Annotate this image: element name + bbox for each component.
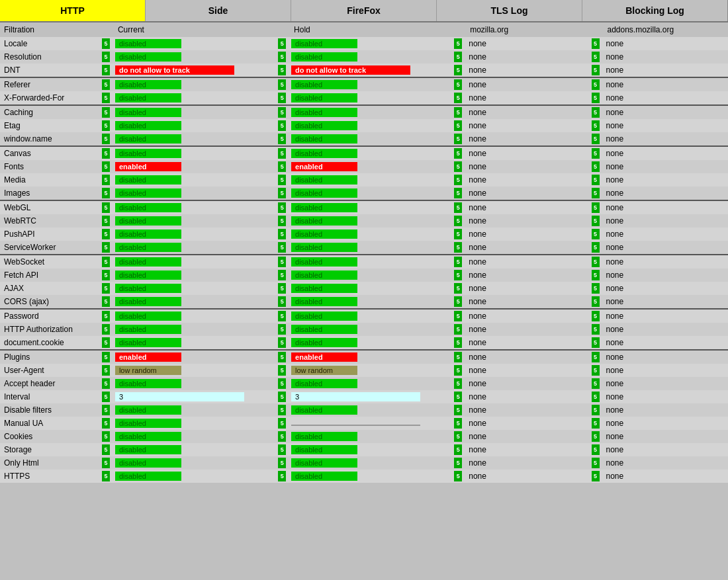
- current-value[interactable]: disabled: [114, 282, 277, 295]
- hold-value[interactable]: disabled: [290, 323, 453, 336]
- addons-badge[interactable]: 5: [592, 242, 600, 253]
- current-value[interactable]: disabled: [114, 295, 277, 309]
- hold-value[interactable]: disabled: [290, 282, 453, 295]
- mozilla-badge[interactable]: 5: [454, 458, 462, 468]
- current-badge[interactable]: 5: [102, 52, 110, 62]
- hold-value[interactable]: disabled: [290, 336, 453, 350]
- current-value[interactable]: disabled: [114, 309, 277, 323]
- addons-badge[interactable]: 5: [592, 120, 600, 131]
- hold-badge[interactable]: 5: [278, 283, 286, 294]
- hold-value[interactable]: disabled: [290, 377, 453, 390]
- hold-badge[interactable]: 5: [278, 337, 286, 348]
- mozilla-badge[interactable]: 5: [454, 311, 462, 321]
- mozilla-badge[interactable]: 5: [454, 337, 462, 348]
- current-value[interactable]: disabled: [114, 470, 277, 483]
- mozilla-badge[interactable]: 5: [454, 418, 462, 429]
- mozilla-badge[interactable]: 5: [454, 378, 462, 389]
- hold-value[interactable]: disabled: [290, 50, 453, 63]
- current-value[interactable]: do not allow to track: [114, 63, 277, 77]
- current-value[interactable]: disabled: [114, 269, 277, 282]
- tab-tls-log[interactable]: TLS Log: [437, 0, 582, 21]
- hold-badge[interactable]: 5: [278, 134, 286, 144]
- addons-badge[interactable]: 5: [592, 52, 600, 62]
- hold-badge[interactable]: 5: [278, 38, 286, 49]
- hold-value[interactable]: disabled: [290, 37, 453, 50]
- current-badge[interactable]: 5: [102, 392, 110, 402]
- current-badge[interactable]: 5: [102, 431, 110, 442]
- mozilla-badge[interactable]: 5: [454, 38, 462, 49]
- hold-badge[interactable]: 5: [278, 79, 286, 90]
- current-badge[interactable]: 5: [102, 378, 110, 389]
- hold-badge[interactable]: 5: [278, 352, 286, 362]
- addons-badge[interactable]: 5: [592, 296, 600, 307]
- current-value[interactable]: disabled: [114, 443, 277, 456]
- current-badge[interactable]: 5: [102, 161, 110, 172]
- current-value[interactable]: disabled: [114, 77, 277, 91]
- current-value[interactable]: disabled: [114, 241, 277, 255]
- hold-value[interactable]: disabled: [290, 200, 453, 214]
- hold-value[interactable]: disabled: [290, 105, 453, 119]
- hold-value[interactable]: disabled: [290, 132, 453, 146]
- addons-badge[interactable]: 5: [592, 352, 600, 362]
- mozilla-badge[interactable]: 5: [454, 79, 462, 90]
- addons-badge[interactable]: 5: [592, 229, 600, 239]
- hold-badge[interactable]: 5: [278, 458, 286, 468]
- hold-badge[interactable]: 5: [278, 270, 286, 280]
- hold-badge[interactable]: 5: [278, 161, 286, 172]
- addons-badge[interactable]: 5: [592, 107, 600, 118]
- hold-value[interactable]: disabled: [290, 146, 453, 160]
- hold-value[interactable]: disabled: [290, 214, 453, 228]
- hold-badge[interactable]: 5: [278, 175, 286, 185]
- current-value[interactable]: disabled: [114, 186, 277, 200]
- addons-badge[interactable]: 5: [592, 471, 600, 481]
- current-badge[interactable]: 5: [102, 216, 110, 226]
- hold-value[interactable]: disabled: [290, 295, 453, 309]
- hold-badge[interactable]: 5: [278, 148, 286, 159]
- hold-value[interactable]: disabled: [290, 241, 453, 255]
- addons-badge[interactable]: 5: [592, 283, 600, 294]
- addons-badge[interactable]: 5: [592, 216, 600, 226]
- current-badge[interactable]: 5: [102, 418, 110, 429]
- hold-badge[interactable]: 5: [278, 188, 286, 198]
- addons-badge[interactable]: 5: [592, 188, 600, 198]
- current-badge[interactable]: 5: [102, 38, 110, 49]
- hold-badge[interactable]: 5: [278, 405, 286, 415]
- current-value[interactable]: disabled: [114, 200, 277, 214]
- hold-value[interactable]: enabled: [290, 160, 453, 173]
- addons-badge[interactable]: 5: [592, 458, 600, 468]
- mozilla-badge[interactable]: 5: [454, 229, 462, 239]
- mozilla-badge[interactable]: 5: [454, 444, 462, 455]
- hold-value[interactable]: disabled: [290, 173, 453, 186]
- mozilla-badge[interactable]: 5: [454, 175, 462, 185]
- current-value[interactable]: disabled: [114, 430, 277, 443]
- addons-badge[interactable]: 5: [592, 324, 600, 335]
- hold-badge[interactable]: 5: [278, 229, 286, 239]
- hold-badge[interactable]: 5: [278, 202, 286, 213]
- hold-value[interactable]: disabled: [290, 91, 453, 105]
- current-value[interactable]: disabled: [114, 91, 277, 105]
- tab-http[interactable]: HTTP: [0, 0, 146, 21]
- hold-value[interactable]: disabled: [290, 255, 453, 269]
- hold-badge[interactable]: 5: [278, 392, 286, 402]
- addons-badge[interactable]: 5: [592, 365, 600, 376]
- current-badge[interactable]: 5: [102, 257, 110, 267]
- addons-badge[interactable]: 5: [592, 257, 600, 267]
- mozilla-badge[interactable]: 5: [454, 216, 462, 226]
- mozilla-badge[interactable]: 5: [454, 65, 462, 75]
- hold-badge[interactable]: 5: [278, 65, 286, 75]
- mozilla-badge[interactable]: 5: [454, 52, 462, 62]
- hold-badge[interactable]: 5: [278, 324, 286, 335]
- mozilla-badge[interactable]: 5: [454, 107, 462, 118]
- hold-value[interactable]: disabled: [290, 443, 453, 456]
- hold-value[interactable]: disabled: [290, 309, 453, 323]
- addons-badge[interactable]: 5: [592, 337, 600, 348]
- hold-badge[interactable]: 5: [278, 365, 286, 376]
- current-value[interactable]: disabled: [114, 377, 277, 390]
- current-badge[interactable]: 5: [102, 324, 110, 335]
- current-badge[interactable]: 5: [102, 229, 110, 239]
- current-value[interactable]: enabled: [114, 160, 277, 173]
- addons-badge[interactable]: 5: [592, 93, 600, 103]
- mozilla-badge[interactable]: 5: [454, 296, 462, 307]
- tab-blocking-log[interactable]: Blocking Log: [582, 0, 728, 21]
- hold-value[interactable]: disabled: [290, 119, 453, 132]
